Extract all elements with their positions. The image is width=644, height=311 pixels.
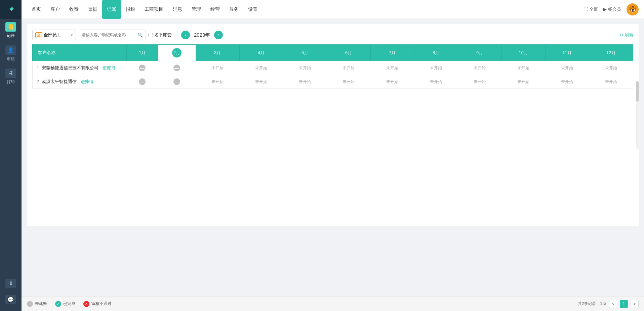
year-nav: ‹ 2023年 › <box>181 31 223 39</box>
logo[interactable]: ✦ <box>0 0 22 19</box>
month-cell: 未开始 <box>196 75 239 89</box>
not-started-text: 未开始 <box>255 79 267 84</box>
not-started-text: 未开始 <box>561 79 573 84</box>
avatar[interactable]: 🐯 <box>627 3 639 15</box>
not-started-text: 未开始 <box>343 79 355 84</box>
customer-name: 漠漠太平畅捷通信 <box>42 79 77 84</box>
sidebar-item-audit-label: 审核 <box>7 56 15 62</box>
nav-service[interactable]: 服务 <box>225 0 243 19</box>
next-page-button[interactable]: > <box>631 300 639 308</box>
not-started-text: 未开始 <box>343 66 355 70</box>
legend-rejected: ✕ 审核不通过 <box>83 301 112 307</box>
nav-message[interactable]: 消息 <box>168 0 187 19</box>
prev-page-button[interactable]: < <box>609 300 617 308</box>
content: 全 全部员工 ▾ 🔍 名下账套 ‹ 2023年 › <box>22 19 644 296</box>
rejected-label: 审核不通过 <box>91 301 112 307</box>
month-cell: 未开始 <box>239 75 283 89</box>
table-row: 1安徽畅捷通信息技术有限公司 进账簿——未开始未开始未开始未开始未开始未开始未开… <box>33 61 633 75</box>
employee-label: 全部员工 <box>44 32 61 38</box>
month-cell: 未开始 <box>589 75 633 89</box>
row-index: 1 <box>37 65 39 70</box>
next-year-button[interactable]: › <box>214 31 223 39</box>
nav-home[interactable]: 首页 <box>27 0 46 19</box>
audit-icon: 👤 <box>5 45 16 55</box>
search-icon: 🔍 <box>137 33 143 38</box>
table-row: 2漠漠太平畅捷通信 进账簿——未开始未开始未开始未开始未开始未开始未开始未开始未… <box>33 75 633 89</box>
month-cell: 未开始 <box>501 75 545 89</box>
nav-business[interactable]: 工商项目 <box>140 0 168 19</box>
sidebar: ✦ 📒 记账 👤 审核 🖨 打印 ⬇ 💬 <box>0 0 22 311</box>
not-started-text: 未开始 <box>561 66 573 70</box>
nav-manage[interactable]: 管理 <box>187 0 206 19</box>
sidebar-item-accounting[interactable]: 📒 记账 <box>0 19 22 42</box>
search-input[interactable] <box>82 33 135 37</box>
scrollbar-track[interactable] <box>636 81 639 149</box>
active-month-circle: 2月 <box>172 48 182 57</box>
search-box: 🔍 <box>79 30 146 40</box>
my-accounts-checkbox-label[interactable]: 名下账套 <box>149 32 172 38</box>
col-header-m1: 1月 <box>127 45 158 61</box>
name-cell: 1安徽畅捷通信息技术有限公司 进账簿 <box>33 61 127 75</box>
not-started-text: 未开始 <box>430 79 442 84</box>
sidebar-item-audit[interactable]: 👤 审核 <box>0 42 22 65</box>
sidebar-item-support[interactable]: 💬 <box>0 291 22 308</box>
month-cell: 未开始 <box>239 61 283 75</box>
month-cell: — <box>127 75 158 89</box>
top-nav: 首页 客户 收费 票据 记账 报税 工商项目 消息 管理 经营 服务 设置 ⛶ … <box>22 0 644 19</box>
accounting-icon: 📒 <box>5 22 16 32</box>
month-cell: 未开始 <box>458 75 501 89</box>
month-cell: — <box>127 61 158 75</box>
row-index: 2 <box>37 79 39 84</box>
fullscreen-icon: ⛶ <box>583 7 588 12</box>
nav-billing[interactable]: 收费 <box>65 0 83 19</box>
sidebar-item-print[interactable]: 🖨 打印 <box>0 65 22 88</box>
main-card: 全 全部员工 ▾ 🔍 名下账套 ‹ 2023年 › <box>27 24 639 226</box>
footer-pagination: 共2条记录，1页 < 1 > <box>578 300 639 308</box>
fullscreen-label: 全屏 <box>589 6 598 12</box>
enter-ledger-link[interactable]: 进账簿 <box>103 65 116 70</box>
nav-settings[interactable]: 设置 <box>243 0 262 19</box>
nav-operation[interactable]: 经营 <box>206 0 225 19</box>
minus-icon: — <box>173 78 180 85</box>
month-cell: 未开始 <box>370 61 414 75</box>
fullscreen-button[interactable]: ⛶ 全屏 <box>583 6 598 12</box>
not-started-text: 未开始 <box>386 66 398 70</box>
refresh-button[interactable]: ↻ 刷新 <box>619 32 633 38</box>
nav-invoice[interactable]: 票据 <box>83 0 102 19</box>
member-button[interactable]: ▶ 畅会员 <box>603 6 621 12</box>
month-cell: 未开始 <box>589 61 633 75</box>
nav-tax[interactable]: 报税 <box>121 0 140 19</box>
not-built-icon: — <box>27 301 33 307</box>
col-header-m9: 9月 <box>458 45 501 61</box>
completed-label: 已完成 <box>63 301 75 307</box>
minus-icon: — <box>139 78 146 85</box>
minus-icon: — <box>173 65 180 71</box>
footer: — 未建账 ✓ 已完成 ✕ 审核不通过 共2条记录，1页 < 1 > <box>22 296 644 311</box>
employee-select[interactable]: 全 全部员工 ▾ <box>32 30 76 40</box>
sidebar-item-accounting-label: 记账 <box>7 33 15 39</box>
not-started-text: 未开始 <box>211 66 224 70</box>
rejected-icon: ✕ <box>83 301 89 307</box>
scrollbar-thumb[interactable] <box>636 81 639 102</box>
my-accounts-label: 名下账套 <box>154 32 172 38</box>
toolbar: 全 全部员工 ▾ 🔍 名下账套 ‹ 2023年 › <box>32 30 633 40</box>
support-icon: 💬 <box>5 295 16 304</box>
not-started-text: 未开始 <box>517 66 529 70</box>
month-cell: — <box>158 75 196 89</box>
nav-right: ⛶ 全屏 ▶ 畅会员 🐯 <box>583 3 639 15</box>
not-started-text: 未开始 <box>211 79 224 84</box>
not-started-text: 未开始 <box>299 79 311 84</box>
month-cell: 未开始 <box>283 61 327 75</box>
my-accounts-checkbox[interactable] <box>149 33 153 37</box>
col-header-m7: 7月 <box>370 45 414 61</box>
nav-customer[interactable]: 客户 <box>46 0 65 19</box>
play-icon: ▶ <box>603 7 607 12</box>
not-started-text: 未开始 <box>474 66 486 70</box>
nav-bookkeeping[interactable]: 记账 <box>102 0 121 19</box>
prev-year-button[interactable]: ‹ <box>181 31 190 39</box>
customer-name: 安徽畅捷通信息技术有限公司 <box>42 65 98 70</box>
sidebar-item-download[interactable]: ⬇ <box>0 275 22 291</box>
current-page-button[interactable]: 1 <box>620 300 628 308</box>
enter-ledger-link[interactable]: 进账簿 <box>81 79 94 84</box>
col-header-name: 客户名称 <box>33 45 127 61</box>
